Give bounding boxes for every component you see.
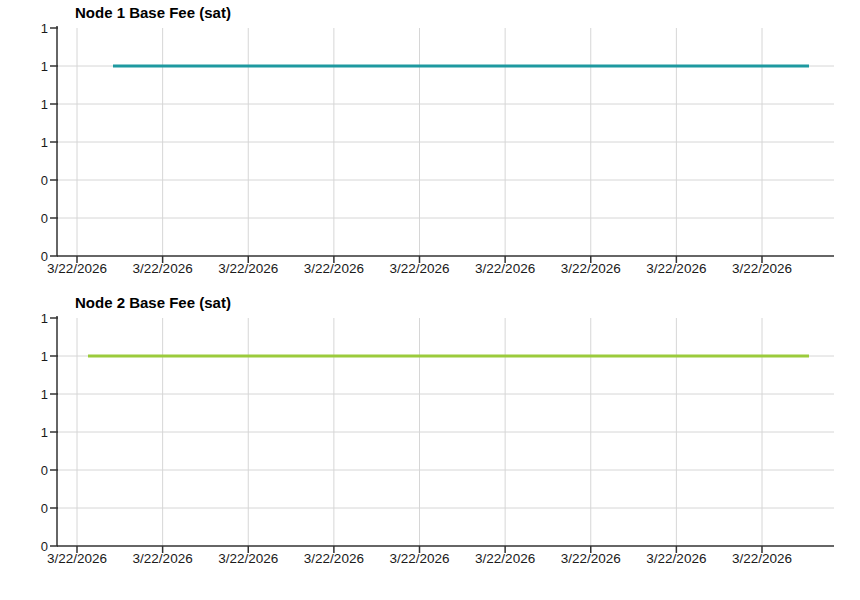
y-tick-label: 0	[8, 174, 48, 187]
x-tick-label: 3/22/2026	[377, 261, 463, 276]
x-tick-label: 3/22/2026	[633, 551, 719, 566]
chart-node-1-plot-area	[0, 0, 860, 290]
y-tick-label: 1	[8, 312, 48, 325]
y-tick-label: 0	[8, 212, 48, 225]
x-tick-label: 3/22/2026	[548, 261, 634, 276]
chart-node-2-base-fee: Node 2 Base Fee (sat) 11110003/22/20263/…	[0, 290, 860, 580]
y-tick-label: 1	[8, 60, 48, 73]
x-tick-label: 3/22/2026	[205, 551, 291, 566]
x-tick-label: 3/22/2026	[205, 261, 291, 276]
y-tick-label: 1	[8, 136, 48, 149]
x-tick-label: 3/22/2026	[377, 551, 463, 566]
chart-panel: Node 1 Base Fee (sat) 11110003/22/20263/…	[0, 0, 860, 600]
y-tick-label: 1	[8, 388, 48, 401]
chart-node-1-base-fee: Node 1 Base Fee (sat) 11110003/22/20263/…	[0, 0, 860, 290]
x-tick-label: 3/22/2026	[291, 551, 377, 566]
x-tick-label: 3/22/2026	[462, 551, 548, 566]
x-tick-label: 3/22/2026	[34, 261, 120, 276]
y-tick-label: 0	[8, 464, 48, 477]
x-tick-label: 3/22/2026	[548, 551, 634, 566]
x-tick-label: 3/22/2026	[462, 261, 548, 276]
chart-title: Node 1 Base Fee (sat)	[75, 4, 231, 21]
chart-node-2-plot-area	[0, 290, 860, 580]
x-tick-label: 3/22/2026	[719, 261, 805, 276]
y-tick-label: 0	[8, 502, 48, 515]
y-tick-label: 1	[8, 22, 48, 35]
chart-title: Node 2 Base Fee (sat)	[75, 294, 231, 311]
x-tick-label: 3/22/2026	[120, 551, 206, 566]
x-tick-label: 3/22/2026	[34, 551, 120, 566]
y-tick-label: 1	[8, 350, 48, 363]
x-tick-label: 3/22/2026	[291, 261, 377, 276]
y-tick-label: 1	[8, 426, 48, 439]
x-tick-label: 3/22/2026	[719, 551, 805, 566]
x-tick-label: 3/22/2026	[633, 261, 719, 276]
x-tick-label: 3/22/2026	[120, 261, 206, 276]
y-tick-label: 1	[8, 98, 48, 111]
